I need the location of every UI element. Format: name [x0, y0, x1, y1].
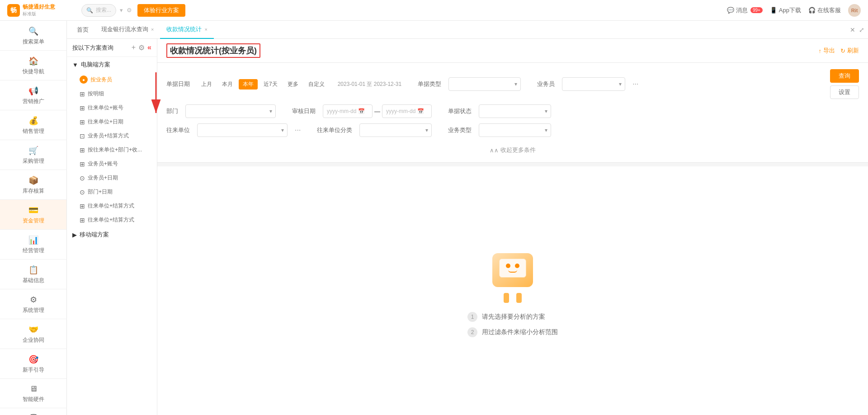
main-layout: 🔍 搜索菜单 🏠 快捷导航 📢 营销推广 💰 销售管理 🛒 采购管理 📦 库存核… [0, 21, 868, 415]
collapse-row: ∧∧ 收起更多条件 [166, 142, 859, 156]
partner-more-icon[interactable]: ··· [295, 126, 301, 134]
sidebar-item-purchase[interactable]: 🛒 采购管理 [0, 140, 66, 170]
header-right: 💬 消息 99+ 📱 App下载 🎧 在线客服 Rit [727, 4, 861, 17]
collapse-panel-icon[interactable]: « [147, 43, 151, 52]
scheme-item-salesman-settle[interactable]: ⊡ 业务员+结算方式 [67, 129, 157, 143]
sidebar-item-inventory[interactable]: 📦 库存核算 [0, 170, 66, 200]
doc-status-label: 单据状态 [448, 107, 472, 115]
dropdown-icon[interactable]: ▾ [120, 7, 123, 14]
online-service-btn[interactable]: 🎧 在线客服 [808, 6, 841, 14]
tab-bar: 首页 现金银行流水查询 × 收款情况统计 × ✕ ⤢ [67, 21, 868, 39]
sidebar-item-collab[interactable]: 🤝 企业协同 [0, 319, 66, 349]
scheme-group-pc-title[interactable]: ▼ 电脑端方案 [67, 57, 157, 72]
tab-receipts[interactable]: 收款情况统计 × [160, 21, 213, 39]
audit-date-end[interactable]: yyyy-mm-dd 📅 [382, 104, 432, 118]
sidebar-item-marketing[interactable]: 📢 营销推广 [0, 80, 66, 110]
audit-date-start[interactable]: yyyy-mm-dd 📅 [323, 104, 373, 118]
tab-home[interactable]: 首页 [71, 26, 95, 34]
scheme-group-mobile-title[interactable]: ▶ 移动端方案 [67, 227, 157, 242]
refresh-icon: ↻ [840, 47, 845, 54]
sidebar-item-weixin[interactable]: 💬 企业微信 [0, 408, 66, 415]
salesman-select[interactable] [562, 77, 625, 91]
collapse-icon: ∧∧ [490, 147, 499, 154]
user-avatar[interactable]: Rit [848, 4, 861, 17]
tab-close-all-icon[interactable]: ✕ [850, 26, 855, 33]
export-btn[interactable]: ↑ 导出 [819, 47, 835, 55]
purchase-icon: 🛒 [28, 146, 38, 156]
sidebar-item-search[interactable]: 🔍 搜索菜单 [0, 21, 66, 51]
salesman-more-icon[interactable]: ··· [632, 80, 638, 88]
filter-area: 单据日期 上月 本月 本年 近7天 更多 自定义 2023-01-01 至 20… [157, 63, 868, 163]
tab-receipts-close[interactable]: × [204, 27, 207, 32]
panel-header: 按以下方案查询 + ⚙ « [67, 39, 157, 57]
detail-icon: ⊞ [80, 90, 85, 98]
scheme-item-dept-date[interactable]: ⊙ 部门+日期 [67, 185, 157, 199]
scheme-item-salesman[interactable]: ● 按业务员 [67, 72, 157, 87]
empty-step-2: 2 用过滤条件来缩小分析范围 [467, 327, 558, 337]
app-download-btn[interactable]: 📱 App下载 [770, 6, 801, 14]
step-num-2: 2 [467, 327, 477, 337]
scheme-item-detail[interactable]: ⊞ 按明细 [67, 87, 157, 101]
logo-name: 畅捷通好生意 [23, 3, 55, 11]
scheme-item-salesman-account[interactable]: ⊞ 业务员+账号 [67, 157, 157, 171]
empty-steps: 1 请先选择要分析的方案 2 用过滤条件来缩小分析范围 [467, 312, 558, 337]
refresh-btn[interactable]: ↻ 刷新 [840, 47, 859, 55]
doc-status-select[interactable] [479, 104, 551, 118]
scheme-item-partner-dept[interactable]: ⊞ 按往来单位+部门+收... [67, 143, 157, 157]
tab-maximize-icon[interactable]: ⤢ [859, 26, 864, 33]
date-tab-more[interactable]: 更多 [283, 79, 302, 90]
tab-cashflow[interactable]: 现金银行流水查询 × [95, 21, 160, 39]
collapse-more-btn[interactable]: ∧∧ 收起更多条件 [490, 142, 536, 156]
scheme-item-partner-date[interactable]: ⊞ 往来单位+日期 [67, 115, 157, 129]
scheme-settings-icon[interactable]: ⚙ [138, 43, 145, 52]
sidebar-item-system[interactable]: ⚙ 系统管理 [0, 289, 66, 319]
date-tab-custom[interactable]: 自定义 [304, 79, 329, 90]
partner-class-select-wrapper [359, 123, 432, 137]
sidebar-item-guide[interactable]: 🎯 新手引导 [0, 349, 66, 379]
date-tabs: 上月 本月 本年 近7天 更多 自定义 [197, 79, 329, 90]
settings-icon[interactable]: ⚙ [127, 7, 132, 14]
sidebar-item-nav[interactable]: 🏠 快捷导航 [0, 51, 66, 80]
query-btn[interactable]: 查询 [830, 69, 859, 83]
scheme-item-partner-settle1[interactable]: ⊞ 往来单位+结算方式 [67, 199, 157, 213]
sidebar-item-business[interactable]: 📊 经营管理 [0, 230, 66, 259]
scheme-group-pc: ▼ 电脑端方案 ● 按业务员 ⊞ 按明细 ⊞ 往来单位+账号 [67, 57, 157, 227]
doc-type-select[interactable] [448, 77, 521, 91]
dept-label: 部门 [166, 107, 178, 115]
sidebar-item-basic[interactable]: 📋 基础信息 [0, 259, 66, 289]
empty-step-1: 1 请先选择要分析的方案 [467, 312, 545, 322]
system-icon: ⚙ [30, 295, 37, 305]
settings-btn[interactable]: 设置 [830, 85, 859, 99]
page-title-bar: 收款情况统计(按业务员) ↑ 导出 ↻ 刷新 [157, 39, 868, 63]
date-tab-this-month[interactable]: 本月 [218, 79, 237, 90]
sidebar-item-sales[interactable]: 💰 销售管理 [0, 110, 66, 140]
date-tab-7days[interactable]: 近7天 [259, 79, 282, 90]
salesman-date-icon: ⊙ [80, 174, 85, 182]
scheme-item-partner-account[interactable]: ⊞ 往来单位+账号 [67, 101, 157, 115]
sidebar-item-hardware[interactable]: 🖥 智能硬件 [0, 379, 66, 408]
message-btn[interactable]: 💬 消息 99+ [727, 6, 763, 14]
filter-row-3: 往来单位 ··· 往来单位分类 [166, 123, 859, 137]
scheme-item-salesman-date[interactable]: ⊙ 业务员+日期 [67, 171, 157, 185]
partner-select[interactable] [197, 123, 288, 137]
date-tab-this-year[interactable]: 本年 [239, 79, 258, 90]
audit-date-label: 审核日期 [292, 107, 316, 115]
tab-cashflow-close[interactable]: × [151, 27, 154, 32]
scheme-item-partner-settle2[interactable]: ⊞ 往来单位+结算方式 [67, 213, 157, 227]
hardware-icon: 🖥 [29, 384, 38, 394]
add-scheme-icon[interactable]: + [132, 43, 136, 52]
inventory-icon: 📦 [28, 175, 38, 185]
partner-class-select[interactable] [359, 123, 432, 137]
date-tab-last-month[interactable]: 上月 [197, 79, 216, 90]
partner-dept-icon: ⊞ [80, 146, 85, 154]
biz-type-select[interactable] [479, 123, 551, 137]
finance-icon: 💳 [28, 205, 38, 215]
expand-icon: ▼ [72, 61, 78, 68]
left-panel: 按以下方案查询 + ⚙ « ▼ 电脑端方案 ● 按业务员 [67, 39, 157, 415]
dept-select[interactable] [185, 104, 276, 118]
sidebar-item-finance[interactable]: 💳 资金管理 [0, 200, 66, 230]
logo-area: 畅 畅捷通好生意 标准版 [7, 3, 74, 17]
trial-btn[interactable]: 体验行业方案 [137, 4, 185, 17]
message-icon: 💬 [727, 7, 734, 14]
audit-date-group: yyyy-mm-dd 📅 — yyyy-mm-dd 📅 [323, 104, 432, 118]
